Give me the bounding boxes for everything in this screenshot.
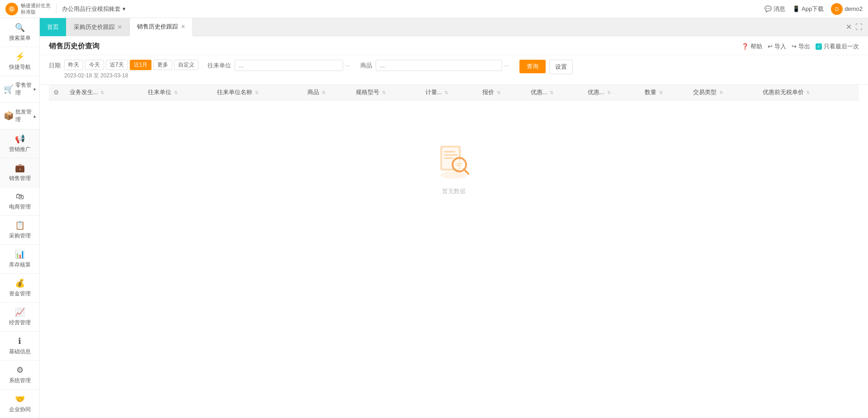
sort-icon: ⇅: [255, 90, 259, 95]
sidebar-item-label: 快捷导航: [9, 63, 31, 71]
th-price[interactable]: 报价 ⇅: [478, 85, 526, 100]
inventory-icon: 📊: [15, 249, 25, 259]
partner-input[interactable]: [235, 60, 343, 71]
th-settings[interactable]: ⚙: [49, 85, 65, 100]
company-select[interactable]: 办公用品行业模拟账套 ▾: [62, 5, 126, 13]
svg-text:G: G: [10, 7, 14, 12]
sidebar-item-search-menu[interactable]: 🔍 搜索菜单: [0, 18, 39, 47]
sidebar-item-label: 系统管理: [9, 377, 31, 385]
sidebar-item-basic-info[interactable]: ℹ 基础信息: [0, 332, 39, 361]
th-partner-code[interactable]: 往来单位 ⇅: [143, 85, 212, 100]
finance-mgmt-icon: 💰: [15, 278, 25, 288]
th-discount2[interactable]: 优惠... ⇅: [583, 85, 640, 100]
th-qty[interactable]: 数量 ⇅: [640, 85, 689, 100]
query-button[interactable]: 查询: [519, 60, 546, 73]
sidebar-item-retail-mgmt[interactable]: 🛒 零售管理 ▾: [0, 76, 39, 103]
sidebar-item-sales-mgmt[interactable]: 💼 销售管理: [0, 158, 39, 187]
export-button[interactable]: ↪ 导出: [792, 43, 810, 51]
partner-input-group: ···: [235, 60, 351, 71]
empty-state: 暂无数据: [40, 100, 868, 232]
sidebar-item-finance-mgmt[interactable]: 💰 资金管理: [0, 274, 39, 303]
sidebar: 🔍 搜索菜单 ⚡ 快捷导航 🛒 零售管理 ▾ 📦 批发管理 ▴ 📢 营销推广 💼…: [0, 18, 40, 418]
data-table: ⚙ 业务发生... ⇅ 往来单位 ⇅ 往来单位名称: [49, 85, 859, 100]
topbar-left: G 畅捷通好生意 标准版 办公用品行业模拟账套 ▾: [5, 3, 126, 15]
page-actions: ❓ 帮助 ↩ 导入 ↪ 导出 只看最后一次: [741, 43, 859, 51]
date-btn-yesterday[interactable]: 昨天: [64, 60, 83, 70]
tab-purchase-history[interactable]: 采购历史价跟踪 ✕: [66, 18, 130, 36]
date-btn-today[interactable]: 今天: [85, 60, 104, 70]
svg-rect-7: [444, 157, 453, 159]
sales-history-tab-label: 销售历史价跟踪: [137, 23, 178, 31]
retail-mgmt-icon: 🛒: [4, 84, 14, 94]
sidebar-item-marketing[interactable]: 📢 营销推广: [0, 129, 39, 158]
logo-icon: G: [5, 3, 18, 15]
export-icon: ↪: [792, 43, 797, 50]
topbar-right: 💬 消息 📱 App下载 D demo2: [764, 3, 863, 15]
maximize-icon[interactable]: ⛶: [855, 23, 863, 31]
sidebar-item-label: 电商管理: [9, 203, 31, 211]
user-avatar-area[interactable]: D demo2: [831, 3, 863, 15]
sidebar-item-enterprise-collab[interactable]: 🤝 企业协同: [0, 390, 39, 418]
tab-home[interactable]: 首页: [40, 18, 66, 36]
empty-text: 暂无数据: [442, 187, 466, 195]
svg-rect-6: [444, 154, 458, 156]
close-icon[interactable]: ✕: [118, 24, 122, 30]
date-btn-7days[interactable]: 近7天: [106, 60, 128, 70]
product-more-icon[interactable]: ···: [502, 61, 510, 71]
sort-icon: ⇅: [719, 90, 723, 95]
download-icon: 📱: [793, 5, 800, 12]
sidebar-item-operation-mgmt[interactable]: 📈 经营管理: [0, 303, 39, 332]
ecommerce-mgmt-icon: 🛍: [16, 192, 24, 201]
th-discount1[interactable]: 优惠... ⇅: [526, 85, 583, 100]
sidebar-item-inventory[interactable]: 📊 库存核算: [0, 245, 39, 274]
close-window-icon[interactable]: ✕: [846, 23, 852, 31]
sidebar-item-label: 零售管理: [15, 81, 32, 97]
page-title: 销售历史价查询: [49, 42, 99, 51]
sidebar-item-label: 资金管理: [9, 290, 31, 298]
sort-icon: ⇅: [550, 90, 553, 95]
filter-actions: 查询 设置: [519, 60, 573, 74]
app-download-button[interactable]: 📱 App下载: [793, 5, 824, 13]
table-header: ⚙ 业务发生... ⇅ 往来单位 ⇅ 往来单位名称: [49, 85, 859, 100]
message-button[interactable]: 💬 消息: [764, 5, 785, 13]
th-trade-type[interactable]: 交易类型 ⇅: [689, 85, 758, 100]
tab-bar-actions: ✕ ⛶: [846, 23, 868, 31]
marketing-icon: 📢: [15, 134, 25, 144]
th-unit[interactable]: 计量... ⇅: [421, 85, 478, 100]
close-icon[interactable]: ✕: [181, 24, 185, 30]
quick-nav-icon: ⚡: [15, 52, 25, 62]
sort-icon: ⇅: [806, 90, 810, 95]
import-button[interactable]: ↩ 导入: [768, 43, 786, 51]
th-biz-date[interactable]: 业务发生... ⇅: [65, 85, 143, 100]
date-label: 日期: [49, 60, 61, 70]
message-icon: 💬: [764, 5, 772, 12]
product-input[interactable]: [376, 60, 502, 71]
product-filter-group: 商品 ···: [360, 60, 510, 71]
sidebar-item-label: 搜索菜单: [9, 34, 31, 42]
th-product[interactable]: 商品 ⇅: [303, 85, 351, 100]
sidebar-item-quick-nav[interactable]: ⚡ 快捷导航: [0, 47, 39, 76]
date-btn-more[interactable]: 更多: [153, 60, 172, 70]
help-button[interactable]: ❓ 帮助: [741, 43, 762, 51]
sidebar-item-wholesale-mgmt[interactable]: 📦 批发管理 ▴: [0, 103, 39, 129]
tab-sales-history[interactable]: 销售历史价跟踪 ✕: [130, 18, 193, 36]
settings-button[interactable]: 设置: [549, 60, 573, 74]
th-spec[interactable]: 规格型号 ⇅: [351, 85, 420, 100]
sidebar-item-label: 基础信息: [9, 348, 31, 356]
table-header-row: ⚙ 业务发生... ⇅ 往来单位 ⇅ 往来单位名称: [49, 85, 859, 100]
sidebar-item-system-mgmt[interactable]: ⚙ 系统管理: [0, 361, 39, 390]
th-pretax-price[interactable]: 优惠前无税单价 ⇅: [758, 85, 859, 100]
sort-icon: ⇅: [174, 90, 178, 95]
last-only-checkbox[interactable]: 只看最后一次: [816, 43, 859, 51]
partner-more-icon[interactable]: ···: [343, 61, 351, 71]
help-icon: ❓: [741, 43, 749, 50]
sidebar-item-purchase-mgmt[interactable]: 📋 采购管理: [0, 216, 39, 245]
th-partner-name[interactable]: 往来单位名称 ⇅: [212, 85, 303, 100]
sidebar-item-ecommerce-mgmt[interactable]: 🛍 电商管理: [0, 187, 39, 216]
sort-icon: ⇅: [607, 90, 611, 95]
settings-gear-icon[interactable]: ⚙: [53, 89, 59, 96]
sidebar-item-label: 销售管理: [9, 175, 31, 182]
date-btn-1month[interactable]: 近1月: [130, 60, 152, 70]
date-btn-custom[interactable]: 自定义: [174, 60, 198, 70]
checkbox-checked-icon: [816, 43, 822, 50]
